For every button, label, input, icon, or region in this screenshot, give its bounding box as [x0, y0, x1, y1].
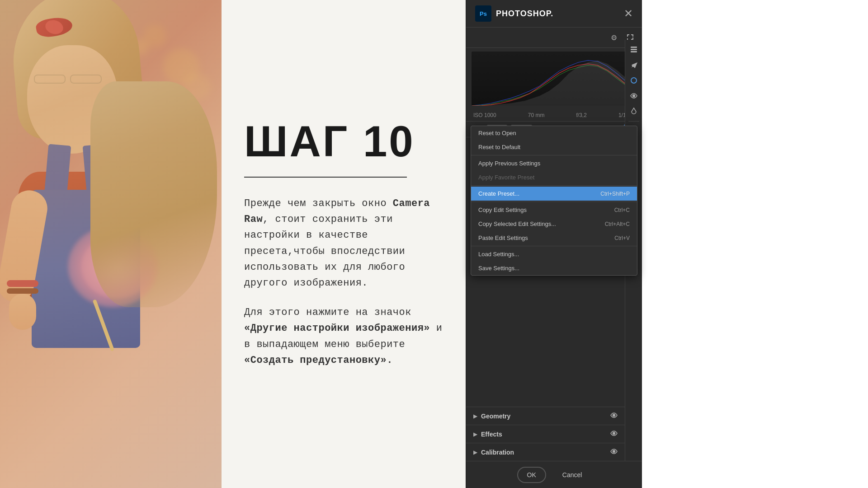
eye-tool-icon[interactable]: [627, 89, 640, 102]
geometry-eye-icon[interactable]: [610, 412, 618, 420]
panel-sections: ▶ Geometry ▶ Effects ▶ Calibration: [466, 407, 625, 461]
svg-point-13: [613, 450, 615, 453]
para2-end: «Создать предустановку».: [244, 355, 393, 366]
svg-point-11: [613, 414, 615, 417]
menu-divider-2: [471, 185, 637, 186]
photo-overlay: [0, 0, 222, 488]
menu-divider-3: [471, 202, 637, 202]
para1-part1: Прежде чем закрыть окно: [244, 198, 393, 209]
ps-meta: ISO 1000 70 mm f/3,2 1/160s: [466, 109, 642, 122]
paragraph-2: Для этого нажмите на значок «Другие наст…: [244, 305, 443, 368]
svg-rect-1: [631, 49, 637, 50]
geometry-arrow: ▶: [473, 413, 477, 419]
menu-label-apply-favorite: Apply Favorite Preset: [478, 174, 534, 181]
ps-panel: Ps PHOTOSHOP. ✕ ⚙ IS: [466, 0, 642, 488]
meta-mm: 70 mm: [528, 112, 545, 118]
ps-header: Ps PHOTOSHOP. ✕: [466, 0, 642, 28]
menu-item-apply-favorite: Apply Favorite Preset: [471, 170, 637, 184]
calibration-section[interactable]: ▶ Calibration: [466, 443, 625, 461]
drop-icon[interactable]: [627, 105, 640, 117]
meta-iso: ISO 1000: [473, 112, 496, 118]
menu-divider-1: [471, 155, 637, 155]
menu-label-save-settings: Save Settings...: [478, 265, 519, 272]
effects-eye-icon[interactable]: [610, 430, 618, 438]
para1-part2: , стоит сохранить эти настройки в качест…: [244, 214, 405, 289]
menu-item-apply-previous[interactable]: Apply Previous Settings: [471, 156, 637, 170]
menu-item-save-settings[interactable]: Save Settings...: [471, 261, 637, 275]
ps-title-text: PHOTOSHOP.: [496, 9, 624, 19]
menu-label-reset-default: Reset to Default: [478, 144, 520, 150]
menu-label-apply-previous: Apply Previous Settings: [478, 160, 540, 167]
menu-label-copy-selected: Copy Selected Edit Settings...: [478, 221, 556, 227]
menu-item-create-preset[interactable]: Create Preset... Ctrl+Shift+P: [471, 187, 637, 201]
effects-label: Effects: [481, 431, 610, 438]
menu-shortcut-copy-edit: Ctrl+C: [614, 207, 630, 213]
effects-arrow: ▶: [473, 431, 477, 437]
svg-point-3: [631, 78, 637, 83]
ps-bottom-bar: OK Cancel: [466, 461, 642, 488]
title-divider: [244, 177, 407, 178]
svg-rect-2: [631, 51, 637, 52]
step-title: ШАГ 10: [244, 120, 443, 163]
ps-logo: Ps: [475, 5, 491, 22]
svg-rect-0: [631, 47, 637, 48]
menu-label-create-preset: Create Preset...: [478, 190, 519, 197]
content-area: ШАГ 10 Прежде чем закрыть окно Camera Ra…: [222, 0, 466, 488]
menu-item-load-settings[interactable]: Load Settings...: [471, 247, 637, 261]
para2-part1: Для этого нажмите на значок: [244, 307, 411, 318]
gear-icon[interactable]: ⚙: [608, 31, 620, 44]
svg-point-12: [613, 432, 615, 435]
menu-label-load-settings: Load Settings...: [478, 251, 519, 258]
menu-shortcut-paste-edit: Ctrl+V: [614, 235, 630, 241]
circle-tool-icon[interactable]: [627, 74, 640, 87]
para2-bold: «Другие настройки изображения»: [244, 323, 430, 334]
menu-item-reset-open[interactable]: Reset to Open: [471, 126, 637, 140]
menu-label-copy-edit: Copy Edit Settings: [478, 206, 527, 213]
close-icon[interactable]: ✕: [624, 8, 633, 19]
effects-section[interactable]: ▶ Effects: [466, 425, 625, 443]
ps-toolbar-top: ⚙: [466, 28, 642, 48]
menu-shortcut-create-preset: Ctrl+Shift+P: [600, 191, 630, 197]
menu-label-reset-open: Reset to Open: [478, 130, 516, 136]
menu-label-paste-edit: Paste Edit Settings: [478, 235, 528, 241]
photo-area: [0, 0, 222, 488]
calibration-eye-icon[interactable]: [610, 448, 618, 456]
geometry-section[interactable]: ▶ Geometry: [466, 407, 625, 425]
geometry-label: Geometry: [481, 413, 610, 420]
menu-item-reset-default[interactable]: Reset to Default: [471, 140, 637, 154]
paragraph-1: Прежде чем закрыть окно Camera Raw, стои…: [244, 196, 443, 291]
menu-shortcut-copy-selected: Ctrl+Alt+C: [605, 221, 630, 227]
svg-point-4: [632, 95, 635, 97]
ok-button[interactable]: OK: [517, 467, 546, 483]
cancel-button[interactable]: Cancel: [553, 468, 591, 482]
menu-item-copy-edit[interactable]: Copy Edit Settings Ctrl+C: [471, 203, 637, 217]
calibration-label: Calibration: [481, 449, 610, 456]
context-menu: Reset to Open Reset to Default Apply Pre…: [471, 126, 637, 276]
menu-item-copy-selected[interactable]: Copy Selected Edit Settings... Ctrl+Alt+…: [471, 217, 637, 231]
layers-icon[interactable]: [627, 43, 640, 56]
ps-logo-text: Ps: [480, 10, 487, 17]
toolbar-divider: [628, 121, 639, 122]
histogram-svg: [472, 52, 637, 106]
brush-icon[interactable]: [627, 59, 640, 71]
histogram-area: [472, 52, 637, 106]
calibration-arrow: ▶: [473, 449, 477, 455]
menu-divider-4: [471, 246, 637, 246]
menu-item-paste-edit[interactable]: Paste Edit Settings Ctrl+V: [471, 231, 637, 245]
meta-aperture: f/3,2: [576, 112, 587, 118]
